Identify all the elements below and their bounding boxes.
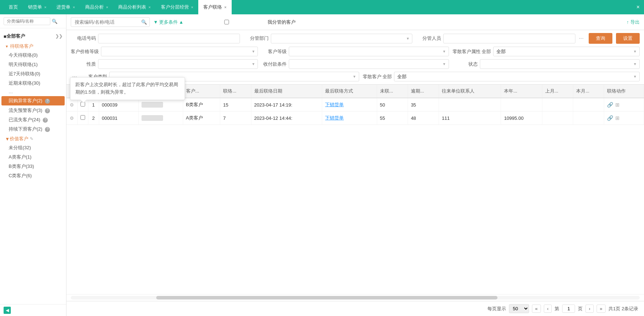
sidebar-search-input[interactable] xyxy=(4,17,50,25)
action-more-icon[interactable]: ⊞ xyxy=(615,102,620,108)
manager-dots-icon[interactable]: ··· xyxy=(578,35,585,42)
filter-phone: 电话号码 xyxy=(71,34,240,43)
status-select[interactable] xyxy=(480,59,640,69)
nav-tab-purchase-label: 进货单 xyxy=(56,4,70,10)
sidebar-item-a-class[interactable]: A类客户(1) xyxy=(0,152,66,162)
search-input[interactable] xyxy=(71,17,150,27)
query-button[interactable]: 查询 xyxy=(589,33,612,44)
sidebar-item-c-class[interactable]: C类客户(6) xyxy=(0,171,66,180)
edit-icon[interactable]: ✎ xyxy=(30,136,33,141)
prev-page-button[interactable]: ‹ xyxy=(544,305,552,313)
sidebar-item-lost[interactable]: 已流失客户(24) ? xyxy=(0,115,66,124)
retail-attr-select[interactable]: 全部 xyxy=(493,47,640,56)
export-button[interactable]: ↑ 导出 xyxy=(627,19,640,25)
payment-label: 收付款条件 xyxy=(261,61,287,67)
sidebar-item-today[interactable]: 今天待联络(0) xyxy=(0,51,66,60)
action-contact-icon[interactable]: 🔗 xyxy=(607,115,613,121)
action-more-icon[interactable]: ⊞ xyxy=(615,115,620,121)
set-button[interactable]: 设置 xyxy=(616,33,640,44)
sidebar-search-icon[interactable]: 🔍 xyxy=(52,19,57,24)
sidebar-collapse-button[interactable]: ◀ xyxy=(4,307,11,314)
phone-label: 电话号码 xyxy=(71,35,96,42)
filter-price-grade: 客户价格等级 ▼ xyxy=(71,47,258,56)
th-last-month: 上月... xyxy=(542,85,573,98)
manager-input[interactable] xyxy=(443,34,575,43)
sidebar-item-lost-warning[interactable]: 流失预警客户(3) ? xyxy=(0,106,66,115)
7days-pending-label: 近7天待联络(0) xyxy=(9,71,40,76)
filter-manager: 分管人员 ··· xyxy=(416,34,585,43)
adv-filter-row-1: 电话号码 分管部门 ▼ 分管人员 ··· xyxy=(71,33,640,44)
row-checkbox[interactable] xyxy=(80,115,85,120)
nav-tab-goods-list-close[interactable]: × xyxy=(148,5,150,9)
payment-select[interactable] xyxy=(289,59,449,69)
row-last-method[interactable]: 下销货单 xyxy=(322,98,377,112)
adv-filter-row-2: 客户价格等级 ▼ 客户等级 ▼ 零散客户属性 xyxy=(71,47,640,56)
close-all-tabs-button[interactable]: × xyxy=(636,4,640,10)
row-settings-icon[interactable]: ⚙ xyxy=(66,98,77,112)
abnormal-repurchase-info-icon[interactable]: ? xyxy=(45,99,50,104)
horizontal-scrollbar[interactable] xyxy=(66,294,644,301)
lost-label: 已流失客户(24) xyxy=(9,117,40,122)
th-this-month: 本月... xyxy=(573,85,604,98)
sidebar-item-recent-no-contact[interactable]: 近期未联络(30) xyxy=(0,79,66,88)
dept-select[interactable] xyxy=(271,34,413,43)
row-grade: A类客户 xyxy=(183,112,220,125)
more-dots[interactable]: ... xyxy=(0,88,66,96)
sidebar-item-b-class[interactable]: B类客户(33) xyxy=(0,162,66,171)
lost-warning-info-icon[interactable]: ? xyxy=(45,108,50,113)
lost-info-icon[interactable]: ? xyxy=(43,118,48,123)
next-page-button[interactable]: › xyxy=(585,305,593,313)
sidebar-all-customers[interactable]: ■ 全部客户 ❯❯ xyxy=(0,31,66,41)
nav-tab-goods-analysis-close[interactable]: × xyxy=(106,5,108,9)
my-customers-checkbox[interactable] xyxy=(187,20,266,24)
retail-customer-select[interactable]: 全部 xyxy=(394,72,640,81)
search-icon[interactable]: 🔍 xyxy=(141,19,147,25)
sidebar-item-abnormal-repurchase[interactable]: 回购异常客户(2) ? xyxy=(1,96,65,105)
table-row: ⚙ 1 000039 B类客户 15 2023-04-17 14:19: 下销货… xyxy=(66,98,644,112)
sidebar-item-ungrouped[interactable]: 未分组(32) xyxy=(0,143,66,152)
sidebar-item-7days[interactable]: 近7天待联络(0) xyxy=(0,69,66,79)
nav-tab-purchase[interactable]: 进货单 × xyxy=(51,0,80,14)
filter-dept: 分管部门 ▼ xyxy=(244,34,413,43)
phone-input[interactable] xyxy=(98,34,240,43)
filter-retail-attr: 零散客户属性 全部 全部 ▼ xyxy=(453,47,640,56)
nav-tab-home[interactable]: 首页 xyxy=(4,0,23,14)
declining-info-icon[interactable]: ? xyxy=(45,127,50,132)
nav-tab-customer-contact-close[interactable]: × xyxy=(224,5,226,9)
collapse-sidebar-icon[interactable]: ❯❯ xyxy=(55,34,62,39)
customer-grade-select[interactable] xyxy=(289,47,449,56)
sidebar-item-tomorrow[interactable]: 明天待联络(1) xyxy=(0,60,66,69)
retail-customer-label: 零散客户 全部 xyxy=(363,74,392,80)
sidebar-value-section[interactable]: ▼ 价值客户 ✎ xyxy=(0,134,66,143)
last-page-button[interactable]: » xyxy=(597,305,606,313)
action-contact-icon[interactable]: 🔗 xyxy=(607,102,613,108)
first-page-button[interactable]: « xyxy=(532,305,541,313)
dept-select-wrapper: ▼ xyxy=(271,34,413,43)
nature-select[interactable] xyxy=(98,59,258,69)
adv-filter-row-3: 性质 ▼ 收付款条件 ▼ 状态 xyxy=(71,59,640,69)
nav-tab-purchase-close[interactable]: × xyxy=(73,5,75,9)
nav-tab-customer-ops-close[interactable]: × xyxy=(191,5,193,9)
price-grade-select[interactable] xyxy=(101,47,258,56)
row-code: 000031 xyxy=(99,112,139,125)
nav-tab-customer-contact[interactable]: 客户联络 × xyxy=(198,0,231,14)
per-page-label: 每页显示 xyxy=(487,306,506,312)
price-grade-select-wrapper: ▼ xyxy=(101,47,258,56)
retail-attr-label: 零散客户属性 全部 xyxy=(453,48,491,55)
nav-tab-goods-analysis[interactable]: 商品分析 × xyxy=(80,0,113,14)
per-page-select[interactable]: 50 100 xyxy=(509,304,529,313)
scroll-thumb[interactable] xyxy=(156,296,497,300)
sidebar-item-declining[interactable]: 持续下滑客户(2) ? xyxy=(0,124,66,134)
pending-section-label: 待联络客户 xyxy=(10,43,33,49)
row-last-method[interactable]: 下销货单 xyxy=(322,112,377,125)
nav-tab-sales[interactable]: 销货单 × xyxy=(23,0,51,14)
filter-icon: ▼ xyxy=(153,19,158,25)
sidebar-pending-section[interactable]: ▼ 待联络客户 xyxy=(0,41,66,51)
nav-tab-sales-close[interactable]: × xyxy=(44,5,46,9)
nav-tab-customer-ops[interactable]: 客户分层经营 × xyxy=(156,0,198,14)
page-number-input[interactable] xyxy=(562,305,575,313)
nav-tab-goods-list-label: 商品分析列表 xyxy=(118,4,146,10)
row-settings-icon[interactable]: ⚙ xyxy=(66,112,77,125)
filter-more-conditions[interactable]: ▼ 更多条件 ▲ xyxy=(153,19,184,25)
nav-tab-goods-list[interactable]: 商品分析列表 × xyxy=(113,0,156,14)
